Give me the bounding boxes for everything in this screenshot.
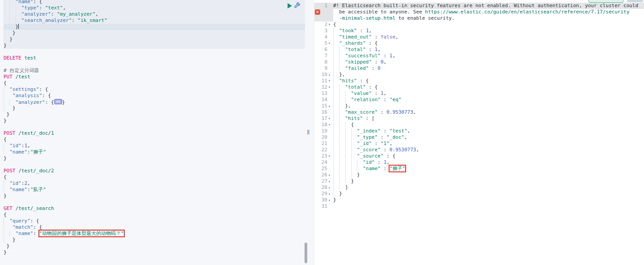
collapsed-fold-pill-icon[interactable]	[54, 99, 62, 104]
code-token: "match"	[13, 224, 33, 230]
code-token: "虱子"	[30, 187, 46, 192]
code-token: :	[377, 109, 386, 115]
wrench-icon[interactable]	[294, 2, 301, 9]
code-line	[4, 49, 305, 55]
code-line: 5▾ "_shards" : {	[314, 40, 644, 47]
code-line: 27▴ }	[314, 178, 644, 184]
code-line: }	[4, 237, 305, 243]
code-token: {	[4, 212, 7, 218]
fold-open-arrow-icon[interactable]: ▾	[327, 153, 333, 159]
indent-guide	[345, 128, 351, 134]
top-cropped-button-gray[interactable]	[627, 0, 643, 2]
line-number: 3	[314, 28, 327, 34]
code-token: "skipped"	[345, 59, 372, 65]
code-token: :	[381, 147, 390, 153]
code-token: :	[366, 47, 375, 52]
gutter-cell: 21	[314, 141, 333, 147]
code-content: be accessible to anyone. See https://www…	[333, 9, 644, 15]
code-line: 29▴ }	[314, 191, 644, 197]
code-line: 31	[314, 203, 644, 209]
code-token: "analyzer"	[21, 11, 51, 17]
indent-guide	[351, 147, 357, 153]
code-line: 28▴ ]	[314, 184, 644, 191]
request-editor-pane[interactable]: "name": { "type": "text", "analyzer": "m…	[0, 0, 314, 265]
indent-guide	[333, 172, 339, 178]
code-line: 7 "successful" : 1,	[314, 53, 644, 59]
indent-guide	[333, 109, 339, 115]
fold-close-arrow-icon[interactable]: ▴	[327, 178, 333, 184]
code-line: }	[4, 193, 305, 199]
code-content: "hits" : [	[333, 115, 644, 122]
response-pane[interactable]: 1#! Elasticsearch built-in security feat…	[314, 0, 644, 265]
annotation-box: "狮子"	[390, 166, 405, 171]
code-token: POST	[4, 130, 16, 136]
code-content: "value" : 1,	[333, 90, 644, 97]
fold-open-arrow-icon[interactable]: ▾	[327, 122, 333, 128]
code-token: :	[372, 34, 381, 40]
left-editor-scrollbar[interactable]	[305, 243, 307, 263]
code-content: {	[333, 21, 644, 28]
indent-guide	[9, 11, 15, 17]
indent-guide	[333, 90, 339, 96]
top-cropped-button-green[interactable]	[589, 0, 623, 3]
line-number: 9	[314, 65, 327, 72]
response-code-area: 1#! Elasticsearch built-in security feat…	[314, 3, 644, 209]
code-content: "max_score" : 0.9530773,	[333, 109, 644, 115]
gutter-cell: ✕	[314, 9, 333, 15]
fold-close-arrow-icon[interactable]: ▴	[327, 197, 333, 203]
request-code-area[interactable]: "name": { "type": "text", "analyzer": "m…	[4, 0, 305, 256]
indent-guide	[4, 11, 9, 17]
code-token: "_id"	[357, 141, 372, 146]
divider-grip-icon[interactable]: ‖	[307, 129, 310, 135]
code-line: }	[4, 30, 305, 36]
indent-guide	[333, 147, 339, 153]
code-line: 21 "_id" : "1",	[314, 141, 644, 147]
code-token: }	[9, 36, 13, 42]
line-number: 28	[314, 184, 327, 191]
code-token: "_shards"	[339, 40, 366, 46]
indent-guide	[339, 153, 345, 159]
code-token: : [	[363, 115, 375, 121]
code-content: "total" : 1,	[333, 47, 644, 53]
send-request-play-icon[interactable]	[288, 3, 292, 9]
code-line: {	[4, 80, 305, 86]
fold-close-arrow-icon[interactable]: ▴	[327, 184, 333, 191]
gutter-cell: 27▴	[314, 178, 333, 184]
fold-close-arrow-icon[interactable]: ▴	[327, 172, 333, 178]
indent-guide	[16, 17, 21, 23]
fold-close-arrow-icon[interactable]: ▴	[327, 191, 333, 197]
code-token: "type"	[21, 5, 39, 11]
indent-guide	[16, 5, 21, 11]
code-token: : {	[33, 0, 42, 4]
fold-open-arrow-icon[interactable]: ▾	[327, 84, 333, 90]
fold-close-arrow-icon[interactable]: ▴	[327, 72, 333, 78]
code-token: PUT	[4, 74, 13, 80]
code-line	[4, 199, 305, 205]
indent-guide	[4, 231, 9, 236]
code-line: 10▴ },	[314, 72, 644, 78]
fold-open-arrow-icon[interactable]: ▾	[327, 21, 333, 28]
fold-close-arrow-icon[interactable]: ▴	[327, 103, 333, 109]
code-line: PUT /test	[4, 74, 305, 80]
gutter-cell: 25	[314, 166, 333, 172]
code-content: "id" : 1,	[333, 159, 644, 166]
indent-guide	[345, 159, 351, 165]
code-token: ,	[384, 90, 387, 96]
code-token: "text"	[45, 5, 63, 11]
fold-open-arrow-icon[interactable]: ▾	[327, 78, 333, 84]
code-content	[333, 203, 644, 209]
gutter-cell: 14	[314, 97, 333, 103]
indent-guide	[4, 218, 9, 224]
fold-open-arrow-icon[interactable]: ▾	[327, 115, 333, 122]
code-line: "match": {	[4, 224, 305, 231]
code-token: 1	[24, 143, 27, 149]
code-token: }	[4, 118, 7, 124]
indent-guide	[333, 103, 339, 109]
indent-guide	[333, 65, 339, 71]
indent-guide	[333, 115, 339, 121]
fold-open-arrow-icon[interactable]: ▾	[327, 40, 333, 47]
code-token: "name"	[16, 231, 34, 236]
code-token: : {	[384, 153, 396, 159]
code-content: -minimal-setup.html to enable security.	[333, 15, 644, 21]
code-line: 24 "id" : 1,	[314, 159, 644, 166]
